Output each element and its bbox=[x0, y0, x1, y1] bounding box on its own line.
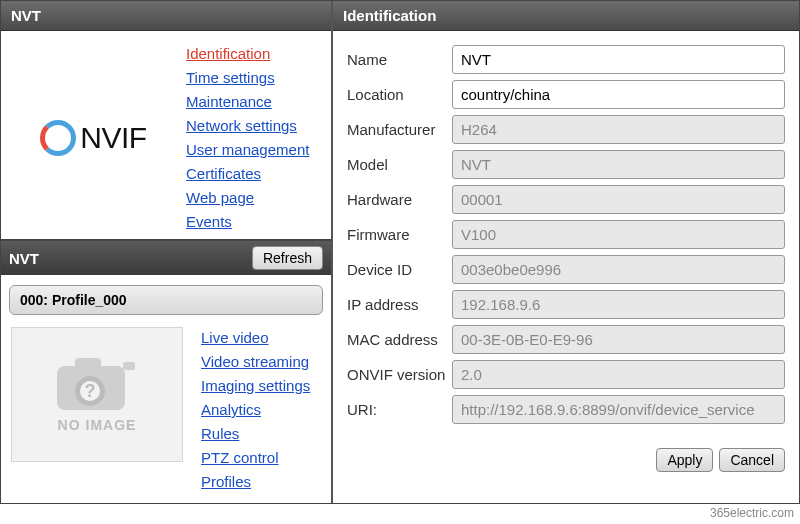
nav-item-events[interactable]: Events bbox=[186, 211, 232, 233]
label-onvif: ONVIF version bbox=[347, 366, 452, 383]
onvif-logo: NVIF bbox=[11, 43, 176, 233]
cancel-button[interactable]: Cancel bbox=[719, 448, 785, 472]
onvif-logo-icon bbox=[40, 120, 76, 156]
subnav-item-live-video[interactable]: Live video bbox=[201, 327, 269, 349]
input-device_id bbox=[452, 255, 785, 284]
subnav-item-ptz-control[interactable]: PTZ control bbox=[201, 447, 279, 469]
nav-item-web-page[interactable]: Web page bbox=[186, 187, 254, 209]
onvif-logo-text: NVIF bbox=[80, 121, 146, 155]
input-location[interactable] bbox=[452, 80, 785, 109]
input-uri bbox=[452, 395, 785, 424]
watermark: 365electric.com bbox=[0, 506, 800, 520]
input-mac bbox=[452, 325, 785, 354]
nav-item-network-settings[interactable]: Network settings bbox=[186, 115, 297, 137]
subnav-item-analytics[interactable]: Analytics bbox=[201, 399, 261, 421]
label-name: Name bbox=[347, 51, 452, 68]
camera-icon: ? bbox=[57, 356, 137, 411]
apply-button[interactable]: Apply bbox=[656, 448, 713, 472]
profile-row[interactable]: 000: Profile_000 bbox=[9, 285, 323, 315]
nav-item-identification[interactable]: Identification bbox=[186, 43, 270, 65]
label-hardware: Hardware bbox=[347, 191, 452, 208]
subnav-item-rules[interactable]: Rules bbox=[201, 423, 239, 445]
subnav-item-video-streaming[interactable]: Video streaming bbox=[201, 351, 309, 373]
nav-item-user-management[interactable]: User management bbox=[186, 139, 309, 161]
no-image-label: NO IMAGE bbox=[58, 417, 137, 433]
input-ip bbox=[452, 290, 785, 319]
device-section-title: NVT bbox=[9, 250, 39, 267]
input-firmware bbox=[452, 220, 785, 249]
input-hardware bbox=[452, 185, 785, 214]
refresh-button[interactable]: Refresh bbox=[252, 246, 323, 270]
input-model bbox=[452, 150, 785, 179]
left-panel-title: NVT bbox=[1, 1, 331, 31]
label-location: Location bbox=[347, 86, 452, 103]
right-panel-title: Identification bbox=[333, 1, 799, 31]
subnav-item-profiles[interactable]: Profiles bbox=[201, 471, 251, 493]
label-firmware: Firmware bbox=[347, 226, 452, 243]
nav-item-maintenance[interactable]: Maintenance bbox=[186, 91, 272, 113]
label-model: Model bbox=[347, 156, 452, 173]
label-manufacturer: Manufacturer bbox=[347, 121, 452, 138]
input-manufacturer bbox=[452, 115, 785, 144]
input-name[interactable] bbox=[452, 45, 785, 74]
label-mac: MAC address bbox=[347, 331, 452, 348]
input-onvif bbox=[452, 360, 785, 389]
label-uri: URI: bbox=[347, 401, 452, 418]
label-device_id: Device ID bbox=[347, 261, 452, 278]
subnav-item-imaging-settings[interactable]: Imaging settings bbox=[201, 375, 310, 397]
preview-no-image: ? NO IMAGE bbox=[11, 327, 183, 462]
label-ip: IP address bbox=[347, 296, 452, 313]
nav-item-time-settings[interactable]: Time settings bbox=[186, 67, 275, 89]
nav-item-certificates[interactable]: Certificates bbox=[186, 163, 261, 185]
